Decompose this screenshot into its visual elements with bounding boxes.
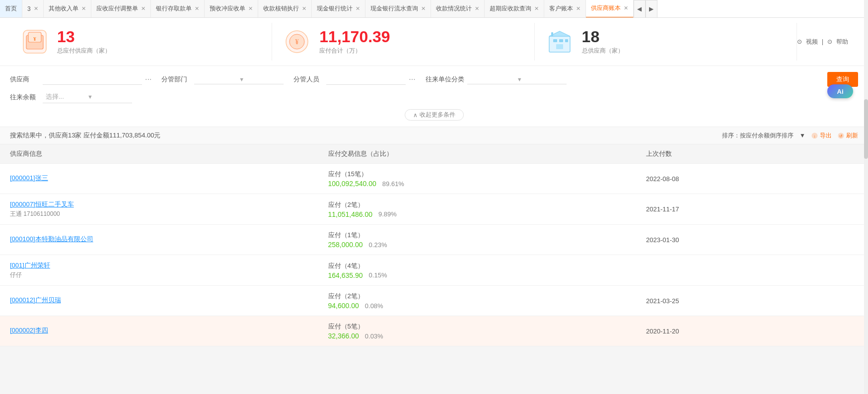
nav-tab-collect-verify-label: 收款核销执行 [263,4,299,13]
nav-tab-bank-deposit-close[interactable]: ✕ [195,5,199,12]
nav-tab-collect-stat[interactable]: 收款情况统计 ✕ [431,0,485,18]
help-icon: ⊙ [827,38,832,45]
svg-text:↺: ↺ [839,134,843,138]
nav-tab-3[interactable]: 3 ✕ [22,0,44,18]
nav-tab-advance-cancel[interactable]: 预收冲应收单 ✕ [205,0,258,18]
nav-tab-other-income-close[interactable]: ✕ [81,5,86,12]
nav-next-arrow[interactable]: ▶ [646,0,657,18]
summary-number-3: 18 [582,28,624,46]
sort-dropdown-arrow[interactable]: ▼ [799,132,805,139]
svg-rect-13 [551,32,553,36]
supplier-filter-input[interactable] [43,74,142,85]
nav-tab-collect-stat-close[interactable]: ✕ [475,5,479,12]
nav-tab-customer-account[interactable]: 客户账本 ✕ [544,0,586,18]
tx-label-5: 应付（5笔） [328,322,647,331]
nav-tab-supplier-account-close[interactable]: ✕ [624,5,628,11]
supplier-link-4[interactable]: [000012]广州贝瑞 [10,296,61,304]
table-row: [000002]李四 应付（5笔） 32,366.00 0.03% 2020-1… [0,316,868,346]
collapse-filter-button[interactable]: ∧ 收起更多条件 [405,109,464,121]
nav-tab-cash-bank-flow-close[interactable]: ✕ [421,5,426,12]
svg-rect-8 [553,39,557,42]
supplier-cell-4: [000012]广州贝瑞 [10,296,328,306]
filter-row-1: 供应商 ··· 分管部门 ▼ 分管人员 ··· 往来单位分类 ▼ 查询 [10,72,858,87]
balance-filter-select[interactable]: 选择... ▼ [43,91,132,103]
filter-balance: 往来余额 选择... ▼ [10,91,132,103]
department-dropdown-arrow: ▼ [239,76,281,82]
tx-amount-0: 100,092,540.00 [328,180,376,188]
nav-tab-bank-deposit[interactable]: 银行存取款单 ✕ [151,0,205,18]
summary-text-2: 11,170.39 应付合计（万） [319,28,390,55]
nav-tab-supplier-account[interactable]: 供应商账本 ✕ [586,0,634,18]
nav-tab-advance-cancel-close[interactable]: ✕ [248,5,253,12]
supplier-link-0[interactable]: [000001]张三 [10,174,48,182]
export-button[interactable]: ↓ 导出 [811,131,832,140]
nav-tab-bank-deposit-label: 银行存取款单 [156,4,192,13]
tx-label-4: 应付（2笔） [328,292,647,301]
nav-tab-ap-adjustment[interactable]: 应收应付调整单 ✕ [91,0,151,18]
manager-filter-input[interactable] [326,74,406,85]
filter-manager: 分管人员 ··· [293,74,415,85]
supplier-cell-3: [001]广州荣轩 仔仔 [10,261,328,279]
supplier-link-5[interactable]: [000002]李四 [10,327,48,334]
top-nav: 首页 3 ✕ 其他收入单 ✕ 应收应付调整单 ✕ 银行存取款单 ✕ 预收冲应收单… [0,0,868,18]
last-pay-2: 2023-01-30 [646,236,679,244]
refresh-icon: ↺ [838,132,844,139]
last-pay-5: 2020-11-20 [646,328,679,335]
nav-tab-other-income[interactable]: 其他收入单 ✕ [44,0,91,18]
result-summary-text: 搜索结果中，供应商13家 应付金额111,703,854.00元 [10,131,160,140]
nav-tab-home[interactable]: 首页 [0,0,22,18]
ai-button[interactable]: Ai [827,84,853,98]
supplier-ap-icon: ¥ [20,27,50,57]
supplier-link-2[interactable]: [000100]本特勤油品有限公司 [10,235,93,243]
department-filter-label: 分管部门 [161,75,191,84]
nav-tab-collect-verify-close[interactable]: ✕ [302,5,306,12]
refresh-button[interactable]: ↺ 刷新 [838,131,858,140]
svg-rect-11 [556,44,563,49]
export-icon: ↓ [811,132,818,139]
manager-filter-dots[interactable]: ··· [409,75,415,84]
tx-pct-1: 9.89% [378,210,397,218]
nav-tab-customer-account-close[interactable]: ✕ [576,5,580,12]
nav-tab-3-close[interactable]: ✕ [34,5,38,12]
supplier-link-1[interactable]: [000007]恒旺二手叉车 [10,200,74,208]
tx-label-2: 应付（1笔） [328,231,647,240]
tx-row-0: 100,092,540.00 89.61% [328,180,647,188]
collapse-up-icon: ∧ [413,112,418,119]
nav-tab-ap-adjustment-label: 应收应付调整单 [96,4,138,13]
nav-tab-cash-bank-stat[interactable]: 现金银行统计 ✕ [312,0,365,18]
balance-filter-label: 往来余额 [10,93,40,102]
nav-tab-cash-bank-flow[interactable]: 现金银行流水查询 ✕ [365,0,431,18]
summary-card-2: ¥ 11,170.39 应付合计（万） [272,23,534,61]
nav-prev-arrow[interactable]: ◀ [634,0,646,18]
video-link[interactable]: 视频 [806,38,818,46]
nav-tab-collect-verify[interactable]: 收款核销执行 ✕ [258,0,312,18]
nav-tab-overdue-ap-close[interactable]: ✕ [534,5,539,12]
ap-total-icon: ¥ [282,27,312,57]
nav-tab-collect-stat-label: 收款情况统计 [436,4,472,13]
result-bar-right: 排序：按应付余额倒序排序 ▼ ↓ 导出 ↺ 刷新 [722,131,858,140]
scrollbar-track[interactable] [864,0,868,346]
last-pay-0: 2022-08-08 [646,175,679,183]
tx-row-1: 11,051,486.00 9.89% [328,210,647,218]
tx-amount-2: 258,000.00 [328,241,363,249]
divider: | [822,38,823,45]
scrollbar-thumb[interactable] [864,99,868,159]
supplier-cell-2: [000100]本特勤油品有限公司 [10,235,328,245]
supplier-filter-dots[interactable]: ··· [145,75,151,84]
tx-pct-5: 0.03% [365,332,383,340]
last-pay-cell-0: 2022-08-08 [646,175,858,183]
supplier-cell-5: [000002]李四 [10,326,328,336]
category-filter-select[interactable]: ▼ [467,75,567,84]
department-filter-select[interactable]: ▼ [194,75,284,84]
last-pay-cell-1: 2021-11-17 [646,205,858,213]
nav-tab-cash-bank-stat-close[interactable]: ✕ [356,5,360,12]
nav-tab-overdue-ap[interactable]: 超期应收款查询 ✕ [485,0,544,18]
help-link[interactable]: 帮助 [836,38,848,46]
tx-label-0: 应付（15笔） [328,170,647,179]
supplier-link-3[interactable]: [001]广州荣轩 [10,262,50,269]
total-supplier-icon [545,27,575,57]
collapse-filter-label: 收起更多条件 [420,111,455,119]
last-pay-1: 2021-11-17 [646,205,679,213]
export-label: 导出 [820,131,832,140]
nav-tab-ap-adjustment-close[interactable]: ✕ [141,5,145,12]
